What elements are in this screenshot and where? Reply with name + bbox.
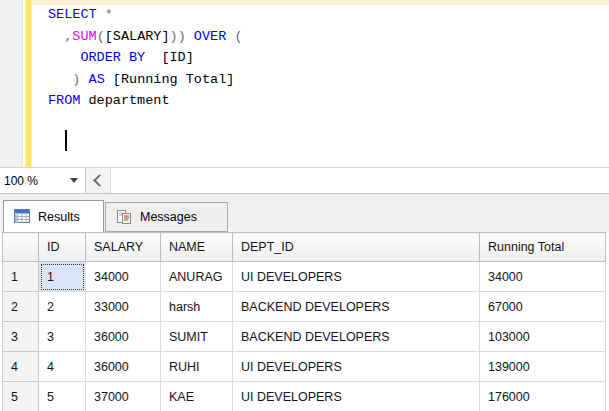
zoom-level-value: 100 %: [4, 174, 38, 188]
sql-editor[interactable]: SELECT * ,SUM([SALARY])) OVER ( ORDER BY…: [0, 0, 609, 167]
column-header[interactable]: ID: [39, 233, 86, 262]
zoom-level-dropdown[interactable]: 100 %: [0, 168, 86, 193]
scroll-left-button[interactable]: [86, 168, 111, 193]
tab-results-label: Results: [38, 210, 80, 224]
grid-cell[interactable]: SUMIT: [161, 322, 233, 352]
row-number-cell[interactable]: 2: [3, 292, 39, 322]
code-line: SELECT *: [48, 4, 242, 26]
grid-cell[interactable]: UI DEVELOPERS: [233, 262, 480, 292]
tab-messages[interactable]: Messages: [105, 202, 228, 232]
editor-selection-margin: [0, 0, 23, 167]
grid-header: IDSALARYNAMEDEPT_IDRunning Total: [3, 233, 606, 262]
grid-cell[interactable]: 176000: [480, 382, 606, 411]
table-row: 5537000KAEUI DEVELOPERS176000: [3, 382, 606, 411]
grid-cell[interactable]: UI DEVELOPERS: [233, 352, 480, 382]
grid-cell[interactable]: BACKEND DEVELOPERS: [233, 322, 480, 352]
column-header[interactable]: [3, 233, 39, 262]
grid-cell[interactable]: KAE: [161, 382, 233, 411]
column-header[interactable]: SALARY: [86, 233, 161, 262]
horizontal-scrollbar[interactable]: [111, 168, 609, 193]
chevron-down-icon: [70, 178, 78, 183]
grid-cell[interactable]: 3: [39, 322, 86, 352]
grid-cell[interactable]: 33000: [86, 292, 161, 322]
row-number-cell[interactable]: 5: [3, 382, 39, 411]
sql-code[interactable]: SELECT * ,SUM([SALARY])) OVER ( ORDER BY…: [48, 4, 242, 112]
code-line: ,SUM([SALARY])) OVER (: [48, 26, 242, 48]
messages-icon: [116, 209, 132, 225]
code-line: FROM department: [48, 90, 242, 112]
editor-bottom-bar: 100 %: [0, 167, 609, 194]
row-number-cell[interactable]: 3: [3, 322, 39, 352]
code-line: ORDER BY [ID]: [48, 47, 242, 69]
results-tabstrip: Results Messages: [0, 194, 609, 232]
grid-cell[interactable]: harsh: [161, 292, 233, 322]
column-header[interactable]: NAME: [161, 233, 233, 262]
grid-cell[interactable]: 103000: [480, 322, 606, 352]
grid-cell[interactable]: 36000: [86, 322, 161, 352]
ssms-query-window: SELECT * ,SUM([SALARY])) OVER ( ORDER BY…: [0, 0, 609, 411]
text-cursor: [65, 130, 67, 151]
change-tracking-bar: [25, 0, 32, 167]
grid-cell[interactable]: 34000: [86, 262, 161, 292]
chevron-left-icon: [93, 174, 106, 187]
table-row: 1134000ANURAGUI DEVELOPERS34000: [3, 262, 606, 292]
column-header[interactable]: DEPT_ID: [233, 233, 480, 262]
grid-cell[interactable]: ANURAG: [161, 262, 233, 292]
grid-cell[interactable]: 36000: [86, 352, 161, 382]
grid-cell[interactable]: 139000: [480, 352, 606, 382]
grid-cell[interactable]: 1: [39, 262, 86, 292]
table-row: 3336000SUMITBACKEND DEVELOPERS103000: [3, 322, 606, 352]
table-row: 4436000RUHIUI DEVELOPERS139000: [3, 352, 606, 382]
results-grid: IDSALARYNAMEDEPT_IDRunning Total 1134000…: [2, 232, 606, 411]
grid-cell[interactable]: BACKEND DEVELOPERS: [233, 292, 480, 322]
grid-cell[interactable]: 34000: [480, 262, 606, 292]
grid-cell[interactable]: 5: [39, 382, 86, 411]
grid-cell[interactable]: 4: [39, 352, 86, 382]
tab-results[interactable]: Results: [3, 200, 104, 232]
grid-cell[interactable]: 37000: [86, 382, 161, 411]
grid-cell[interactable]: UI DEVELOPERS: [233, 382, 480, 411]
results-grid-icon: [14, 209, 30, 224]
grid-cell[interactable]: RUHI: [161, 352, 233, 382]
table-row: 2233000harshBACKEND DEVELOPERS67000: [3, 292, 606, 322]
code-line: ) AS [Running Total]: [48, 69, 242, 91]
grid-cell[interactable]: 67000: [480, 292, 606, 322]
column-header[interactable]: Running Total: [480, 233, 606, 262]
grid-cell[interactable]: 2: [39, 292, 86, 322]
row-number-cell[interactable]: 1: [3, 262, 39, 292]
row-number-cell[interactable]: 4: [3, 352, 39, 382]
tab-messages-label: Messages: [140, 210, 197, 224]
